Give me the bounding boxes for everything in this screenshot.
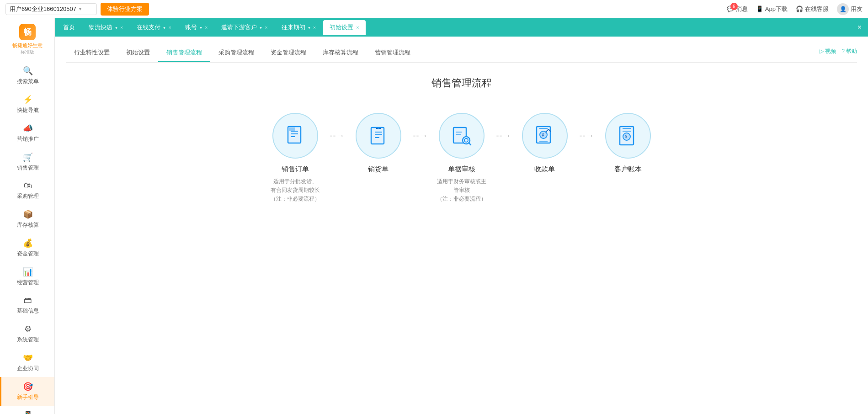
video-link[interactable]: ▷ 视频 [820,48,836,55]
trial-button[interactable]: 体验行业方案 [101,3,149,16]
sidebar-item-enterprise-collab[interactable]: 🤝 企业协同 [0,348,54,377]
sidebar-item-inventory[interactable]: 📦 库存核算 [0,205,54,234]
nav-tab-payment[interactable]: 在线支付▾× [130,20,177,35]
sub-tab-industry-settings[interactable]: 行业特性设置 [66,44,118,62]
sidebar-item-marketing-promotion[interactable]: 📣 营销推广 [0,119,54,148]
user-selector-chevron: ▾ [79,6,81,11]
sidebar-icon-inventory: 📦 [23,209,33,219]
sidebar-item-system[interactable]: ⚙ 系统管理 [0,319,54,348]
nav-tabs-container: 首页物流快递▾×在线支付▾×账号▾×邀请下游客户▾×往来期初▾×初始设置× [57,20,852,35]
sidebar-icon-purchase: 🛍 [24,181,32,191]
flow-step-sales-invoice[interactable]: 销货单 [342,113,415,177]
sidebar-item-operations[interactable]: 📊 经营管理 [0,262,54,291]
flow-step-sales-order[interactable]: 销售订单 适用于分批发货、有合同发货周期较长（注：非必要流程） [259,113,332,204]
nav-tab-invite-customer[interactable]: 邀请下游客户▾× [215,20,274,35]
flow-step-name-customer-ledger: 客户账本 [614,165,642,174]
user-item[interactable]: 👤 用友 [837,3,863,15]
message-item[interactable]: 💬 6 消息 [727,5,748,13]
flow-step-name-receipt: 收款单 [534,165,555,174]
flow-steps: 销售订单 适用于分批发货、有合同发货周期较长（注：非必要流程） - - → 销货… [75,113,848,204]
nav-tab-init-settings[interactable]: 初始设置× [323,20,365,35]
nav-tab-close-init-settings[interactable]: × [356,25,359,30]
nav-tab-close-account[interactable]: × [205,25,208,30]
sidebar-icon-app-center: 📱 [23,410,33,414]
logo-title: 畅捷通好生意 [12,42,43,49]
nav-close-button[interactable]: × [853,23,866,32]
video-label: 视频 [825,48,836,55]
sidebar-label-sales: 销售管理 [17,164,39,172]
flow-circle-sales-order [272,113,318,159]
sidebar-item-finance[interactable]: 💰 资金管理 [0,234,54,262]
sidebar-item-sales[interactable]: 🛒 销售管理 [0,148,54,176]
nav-tab-close-logistics[interactable]: × [120,25,123,30]
logo-icon: 畅 [19,24,36,40]
sidebar-icon-new-guide: 🎯 [23,382,33,392]
sub-tab-inventory-calc[interactable]: 库存核算流程 [314,44,367,62]
flow-circle-receipt: ¥ [522,113,568,159]
sub-tabs-container: 行业特性设置初始设置销售管理流程采购管理流程资金管理流程库存核算流程营销管理流程 [66,44,820,62]
sidebar-item-quick-nav[interactable]: ⚡ 快捷导航 [0,90,54,119]
sidebar-label-operations: 经营管理 [17,279,39,287]
flow-step-name-doc-review: 单据审核 [448,165,475,174]
sidebar-icon-base-info: 🗃 [24,296,32,305]
user-selector[interactable]: 用户690企业1660120507 ▾ [5,3,97,15]
flow-step-receipt[interactable]: ¥ 收款单 [508,113,581,177]
sidebar-label-base-info: 基础信息 [17,307,39,315]
nav-tab-close-invite-customer[interactable]: × [265,25,267,30]
nav-tab-label-logistics: 物流快递 [89,23,112,32]
flow-step-name-sales-order: 销售订单 [282,165,309,174]
nav-tab-arrow-logistics: ▾ [115,25,117,30]
sidebar-logo[interactable]: 畅 畅捷通好生意 标准版 [0,18,54,61]
online-service-item[interactable]: 🎧 在线客服 [796,5,829,13]
nav-tab-home[interactable]: 首页 [57,20,81,35]
sidebar-label-system: 系统管理 [17,336,39,344]
nav-tab-label-payment: 在线支付 [137,23,160,32]
svg-rect-4 [289,127,295,131]
help-label: 帮助 [846,48,857,55]
sidebar-label-quick-nav: 快捷导航 [17,106,39,114]
sub-tab-purchase-flow[interactable]: 采购管理流程 [210,44,262,62]
message-count: 6 [730,3,738,10]
flow-section: 销售管理流程 销售订单 适用于分批发货、有合同发货周期较长（注：非必要流程） -… [66,63,857,218]
svg-point-6 [378,127,379,129]
sidebar-item-search[interactable]: 🔍 搜索菜单 [0,61,54,90]
nav-tab-label-period-init: 往来期初 [282,23,305,32]
sub-tabs-right: ▷ 视频 ? 帮助 [820,48,857,59]
sidebar-item-base-info[interactable]: 🗃 基础信息 [0,291,54,319]
svg-text:¥: ¥ [541,133,544,138]
nav-tab-close-period-init[interactable]: × [313,25,316,30]
nav-tab-arrow-invite-customer: ▾ [260,25,262,30]
sub-tab-marketing-flow[interactable]: 营销管理流程 [367,44,419,62]
nav-tab-period-init[interactable]: 往来期初▾× [275,20,322,35]
headset-icon: 🎧 [796,5,803,12]
flow-step-desc-sales-order: 适用于分批发货、有合同发货周期较长（注：非必要流程） [271,177,320,204]
flow-step-desc-doc-review: 适用于财务审核或主管审核（注：非必要流程） [437,177,486,204]
nav-tab-logistics[interactable]: 物流快递▾× [82,20,129,35]
sidebar-icon-quick-nav: ⚡ [23,95,33,105]
sub-tab-capital-flow[interactable]: 资金管理流程 [262,44,314,62]
flow-step-doc-review[interactable]: 单据审核 适用于财务审核或主管审核（注：非必要流程） [425,113,498,204]
help-icon: ? [841,48,845,54]
sub-tab-init-settings[interactable]: 初始设置 [118,44,158,62]
sidebar-label-new-guide: 新手引导 [17,393,39,401]
sidebar-item-purchase[interactable]: 🛍 采购管理 [0,176,54,205]
sidebar-item-new-guide[interactable]: 🎯 新手引导 [0,377,54,406]
flow-circle-sales-invoice [356,113,401,159]
nav-tab-close-payment[interactable]: × [168,25,171,30]
svg-rect-5 [371,127,384,144]
flow-step-customer-ledger[interactable]: ¥ 客户账本 [591,113,665,177]
app-download-item[interactable]: 📱 App下载 [756,5,788,13]
flow-step-name-sales-invoice: 销货单 [368,165,389,174]
message-badge-wrap: 💬 6 [727,5,734,12]
sidebar-item-app-center[interactable]: 📱 应用中心 [0,406,54,414]
nav-tab-account[interactable]: 账号▾× [179,20,214,35]
flow-title: 销售管理流程 [75,76,848,90]
header-right: 💬 6 消息 📱 App下载 🎧 在线客服 👤 用友 [727,3,863,15]
svg-line-10 [469,143,471,145]
sidebar-icon-operations: 📊 [23,267,33,277]
help-link[interactable]: ? 帮助 [841,48,857,55]
nav-tab-label-init-settings: 初始设置 [330,23,353,32]
sidebar-icon-marketing-promotion: 📣 [23,123,33,133]
sub-tab-sales-flow[interactable]: 销售管理流程 [158,44,210,62]
flow-circle-doc-review [439,113,485,159]
